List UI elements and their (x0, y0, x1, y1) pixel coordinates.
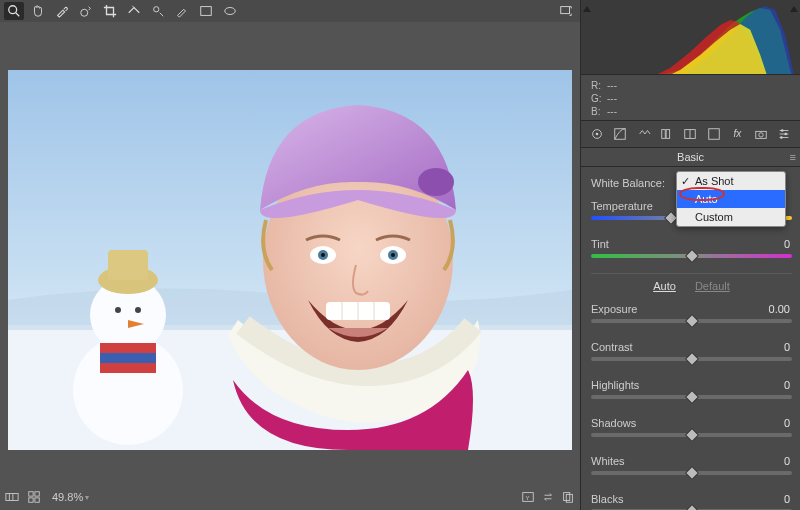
readout-g: --- (607, 93, 617, 104)
basic-controls: White Balance: As Shot Auto Custom Tempe… (581, 167, 800, 510)
swap-icon[interactable] (540, 489, 556, 505)
svg-point-57 (785, 133, 788, 136)
svg-point-3 (154, 7, 159, 12)
highlights-value[interactable]: 0 (744, 379, 792, 391)
whites-value[interactable]: 0 (744, 455, 792, 467)
highlights-label: Highlights (591, 379, 744, 391)
panel-menu-icon[interactable]: ≡ (790, 152, 796, 163)
svg-rect-4 (201, 7, 212, 16)
status-bar: 49.8%▾ Y (4, 486, 576, 508)
readout-b: --- (607, 106, 617, 117)
grid-view-icon[interactable] (26, 489, 42, 505)
tab-camera-icon[interactable] (751, 125, 770, 143)
whites-label: Whites (591, 455, 744, 467)
zoom-level[interactable]: 49.8%▾ (48, 491, 93, 503)
svg-marker-41 (583, 6, 591, 12)
white-balance-dropdown[interactable]: As Shot Auto Custom (676, 171, 786, 227)
svg-rect-35 (29, 498, 33, 502)
rgb-readout: R:--- G:--- B:--- (581, 75, 800, 121)
svg-rect-36 (35, 498, 39, 502)
straighten-tool[interactable] (124, 2, 144, 20)
svg-point-56 (781, 129, 784, 132)
contrast-slider[interactable] (591, 356, 792, 370)
white-balance-label: White Balance: (591, 177, 665, 189)
tab-fx-icon[interactable]: fx (728, 125, 747, 143)
toggle-fullscreen-tool[interactable] (556, 2, 576, 20)
svg-rect-33 (29, 492, 33, 496)
zoom-tool[interactable] (4, 2, 24, 20)
exposure-slider[interactable] (591, 318, 792, 332)
panel-tabs: fx (581, 121, 800, 148)
graduated-filter-tool[interactable] (196, 2, 216, 20)
svg-point-19 (418, 168, 454, 196)
filmstrip-toggle-icon[interactable] (4, 489, 20, 505)
svg-point-2 (81, 9, 88, 16)
svg-point-0 (9, 6, 17, 14)
exposure-label: Exposure (591, 303, 744, 315)
image-canvas[interactable] (8, 70, 572, 450)
tab-curve-icon[interactable] (610, 125, 629, 143)
contrast-value[interactable]: 0 (744, 341, 792, 353)
svg-point-44 (595, 133, 598, 136)
tint-value[interactable]: 0 (744, 238, 792, 250)
tint-slider[interactable] (591, 253, 792, 267)
auto-link[interactable]: Auto (653, 280, 676, 292)
contrast-label: Contrast (591, 341, 744, 353)
radial-filter-tool[interactable] (220, 2, 240, 20)
svg-rect-15 (100, 343, 156, 353)
svg-rect-50 (709, 129, 720, 140)
svg-rect-47 (666, 130, 670, 139)
svg-rect-45 (615, 129, 626, 140)
highlights-slider[interactable] (591, 394, 792, 408)
wb-option-auto[interactable]: Auto (677, 190, 785, 208)
svg-rect-46 (662, 130, 666, 139)
shadows-slider[interactable] (591, 432, 792, 446)
exposure-value[interactable]: 0.00 (744, 303, 792, 315)
default-link[interactable]: Default (695, 280, 730, 292)
tint-label: Tint (591, 238, 744, 250)
svg-point-58 (780, 136, 783, 139)
tab-lens-icon[interactable] (704, 125, 723, 143)
main-area: 49.8%▾ Y (0, 0, 580, 510)
auto-default-links: Auto Default (591, 280, 792, 292)
crop-tool[interactable] (100, 2, 120, 20)
svg-text:Y: Y (525, 494, 529, 501)
wb-option-custom[interactable]: Custom (677, 208, 785, 226)
readout-r: --- (607, 80, 617, 91)
svg-line-1 (16, 13, 20, 17)
svg-rect-6 (561, 7, 570, 14)
svg-rect-12 (108, 250, 148, 280)
tab-hsl-icon[interactable] (657, 125, 676, 143)
svg-rect-16 (100, 353, 156, 363)
before-after-icon[interactable]: Y (520, 489, 536, 505)
spot-removal-tool[interactable] (148, 2, 168, 20)
blacks-label: Blacks (591, 493, 744, 505)
shadows-value[interactable]: 0 (744, 417, 792, 429)
svg-marker-42 (790, 6, 798, 12)
svg-point-52 (759, 133, 763, 137)
shadows-label: Shadows (591, 417, 744, 429)
hand-tool[interactable] (28, 2, 48, 20)
tab-split-icon[interactable] (681, 125, 700, 143)
top-toolbar (0, 0, 580, 22)
adjustments-panel: R:--- G:--- B:--- fx Basic ≡ White Balan… (580, 0, 800, 510)
svg-rect-34 (35, 492, 39, 496)
svg-point-5 (225, 8, 236, 15)
svg-rect-17 (100, 363, 156, 373)
tab-detail-icon[interactable] (634, 125, 653, 143)
whites-slider[interactable] (591, 470, 792, 484)
wb-option-as-shot[interactable]: As Shot (677, 172, 785, 190)
blacks-value[interactable]: 0 (744, 493, 792, 505)
svg-rect-30 (6, 494, 18, 501)
histogram[interactable] (581, 0, 800, 75)
svg-point-25 (391, 253, 395, 257)
eyedropper-tool[interactable] (52, 2, 72, 20)
copy-settings-icon[interactable] (560, 489, 576, 505)
section-title-basic: Basic ≡ (581, 148, 800, 167)
svg-point-14 (135, 307, 141, 313)
color-sampler-tool[interactable] (76, 2, 96, 20)
adjustment-brush-tool[interactable] (172, 2, 192, 20)
tab-presets-icon[interactable] (775, 125, 794, 143)
tab-basic-icon[interactable] (587, 125, 606, 143)
svg-point-22 (321, 253, 325, 257)
